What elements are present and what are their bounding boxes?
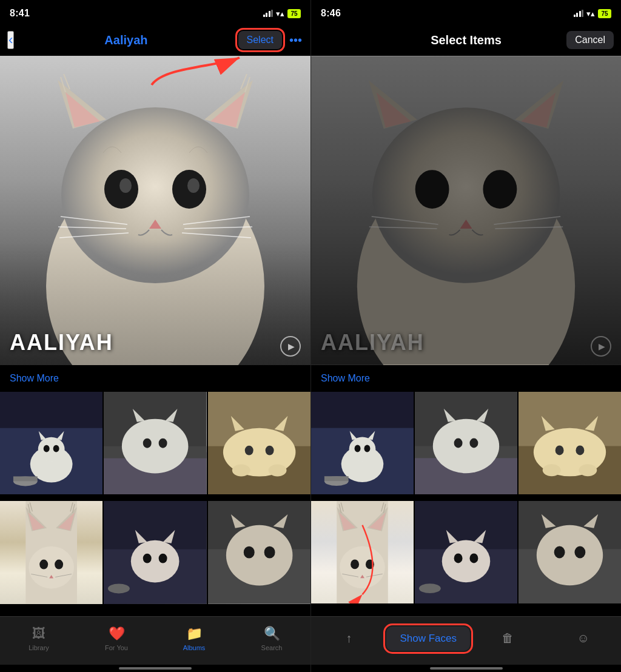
svg-point-153 xyxy=(574,546,585,559)
share-button[interactable]: ↑ xyxy=(311,631,386,645)
svg-point-122 xyxy=(579,464,597,476)
left-nav-title: Aaliyah xyxy=(14,33,238,47)
search-icon: 🔍 xyxy=(264,626,280,642)
svg-point-61 xyxy=(39,560,48,570)
thumb-4[interactable] xyxy=(104,501,206,603)
svg-point-62 xyxy=(55,560,63,570)
thumb-2[interactable] xyxy=(104,392,206,494)
right-thumb-3[interactable] xyxy=(519,392,621,494)
right-action-bar: ↑ Show Faces 🗑 ☺ xyxy=(311,616,621,665)
svg-point-60 xyxy=(29,546,74,589)
right-show-more-link[interactable]: Show More xyxy=(321,373,370,384)
svg-point-68 xyxy=(131,540,180,583)
tab-for-you[interactable]: ❤️ For You xyxy=(78,626,155,651)
right-thumb-1[interactable] xyxy=(311,392,414,494)
right-thumb-tall-1[interactable] xyxy=(311,501,414,603)
svg-point-102 xyxy=(355,445,361,452)
svg-point-27 xyxy=(38,437,65,462)
right-nav-title: Select Items xyxy=(431,33,502,47)
thumb-1[interactable] xyxy=(0,392,102,494)
select-button[interactable]: Select xyxy=(238,31,282,49)
show-faces-button[interactable]: Show Faces xyxy=(386,627,470,651)
svg-point-120 xyxy=(576,445,584,455)
svg-point-76 xyxy=(226,525,293,586)
library-icon: 🖼 xyxy=(32,626,45,642)
trash-icon: 🗑 xyxy=(502,631,514,645)
svg-point-109 xyxy=(433,419,499,473)
svg-point-40 xyxy=(143,438,152,448)
battery-badge: 75 xyxy=(287,9,301,18)
tab-albums[interactable]: 📁 Albums xyxy=(155,626,233,651)
share-icon: ↑ xyxy=(346,631,352,645)
tab-library-label: Library xyxy=(29,644,49,651)
svg-rect-95 xyxy=(311,56,621,365)
thumb-5[interactable] xyxy=(208,501,310,603)
tab-albums-label: Albums xyxy=(183,644,206,651)
right-home-indicator xyxy=(430,667,503,670)
cat-hero-image xyxy=(0,56,310,365)
left-phone-panel: 8:41 ▾▴ 75 ‹ Aaliyah Select ••• xyxy=(0,0,310,672)
svg-point-47 xyxy=(244,446,253,455)
tab-for-you-label: For You xyxy=(105,644,128,651)
right-signal-icon xyxy=(574,10,584,17)
right-thumb-4[interactable] xyxy=(415,501,517,603)
svg-point-103 xyxy=(364,445,370,452)
thumb-3[interactable] xyxy=(208,392,310,494)
svg-point-30 xyxy=(44,445,50,452)
svg-point-50 xyxy=(268,465,286,477)
signal-icon xyxy=(263,10,274,17)
left-status-bar: 8:41 ▾▴ 75 xyxy=(0,0,310,24)
thumb-tall-1[interactable] xyxy=(0,501,102,603)
delete-button[interactable]: 🗑 xyxy=(470,631,545,645)
right-thumb-2[interactable] xyxy=(415,392,517,494)
svg-point-113 xyxy=(469,438,478,448)
svg-point-31 xyxy=(53,445,59,452)
show-more-link[interactable]: Show More xyxy=(10,373,59,384)
smiley-icon: ☺ xyxy=(577,631,589,645)
left-nav-bar: ‹ Aaliyah Select ••• xyxy=(0,24,310,56)
right-cat-hero-image xyxy=(311,56,621,365)
albums-icon: 📁 xyxy=(186,626,203,642)
svg-point-144 xyxy=(454,554,463,563)
svg-point-99 xyxy=(349,437,376,462)
more-button[interactable]: ••• xyxy=(288,32,303,49)
right-nav-bar: Select Items Cancel xyxy=(311,24,621,56)
svg-point-119 xyxy=(556,445,564,455)
svg-rect-23 xyxy=(0,56,310,365)
svg-point-41 xyxy=(159,438,167,448)
svg-rect-33 xyxy=(13,476,38,481)
svg-point-37 xyxy=(122,419,189,474)
back-button[interactable]: ‹ xyxy=(7,31,14,49)
svg-point-146 xyxy=(419,584,441,594)
svg-point-112 xyxy=(454,438,463,448)
left-time: 8:41 xyxy=(10,8,30,19)
tab-library[interactable]: 🖼 Library xyxy=(0,626,78,651)
tab-search[interactable]: 🔍 Search xyxy=(233,626,310,651)
for-you-icon: ❤️ xyxy=(109,626,125,642)
svg-point-152 xyxy=(554,546,565,559)
svg-point-48 xyxy=(265,446,274,455)
svg-point-79 xyxy=(243,546,254,559)
cancel-button[interactable]: Cancel xyxy=(566,31,614,49)
right-play-button[interactable]: ▶ xyxy=(591,336,611,357)
more-action-button[interactable]: ☺ xyxy=(546,631,621,645)
svg-point-71 xyxy=(143,554,152,563)
svg-point-149 xyxy=(537,525,603,585)
right-hero-area: AALIYAH ▶ xyxy=(311,56,621,365)
right-phone-panel: 8:46 ▾▴ 75 Select Items Cancel xyxy=(310,0,621,672)
right-thumb-5[interactable] xyxy=(519,501,621,603)
svg-point-141 xyxy=(442,540,491,583)
tab-search-label: Search xyxy=(261,644,283,651)
left-hero-label: AALIYAH xyxy=(10,330,113,355)
right-status-bar: 8:46 ▾▴ 75 xyxy=(311,0,621,24)
play-button[interactable]: ▶ xyxy=(280,336,301,357)
left-hero-area: AALIYAH ▶ xyxy=(0,56,310,365)
svg-point-145 xyxy=(469,554,478,563)
left-nav-actions: Select ••• xyxy=(238,31,303,49)
svg-point-49 xyxy=(232,465,250,477)
left-tab-bar: 🖼 Library ❤️ For You 📁 Albums 🔍 Search xyxy=(0,616,310,665)
svg-point-121 xyxy=(543,464,561,476)
wifi-icon: ▾▴ xyxy=(276,9,284,18)
right-show-more-bar: Show More xyxy=(311,365,621,392)
left-thumb-grid xyxy=(0,392,310,616)
